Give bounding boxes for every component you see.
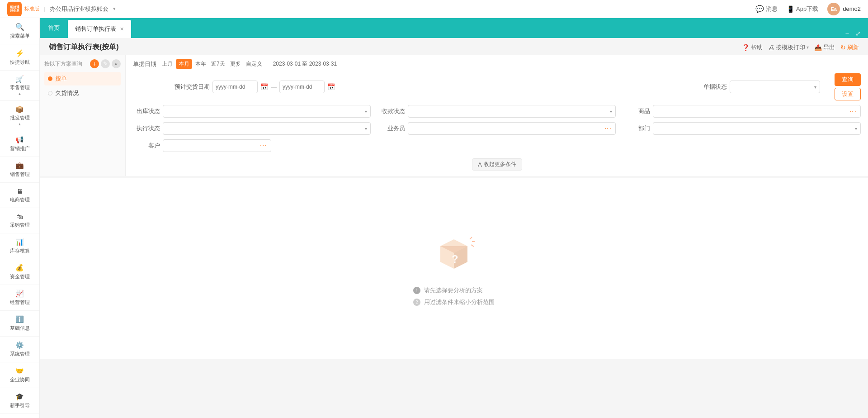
last-month-tab[interactable]: 上月 <box>160 59 175 69</box>
scheme-item-欠货情况[interactable]: 欠货情况 <box>44 86 121 100</box>
sidebar: 🔍 搜索菜单 ⚡ 快捷导航 🛒 零售管理 ▲ 📦 批发管理 ▲ 📢 营销推广 💼… <box>0 18 40 418</box>
salesperson-dots[interactable]: ··· <box>604 124 612 133</box>
app-icon: 📱 <box>787 5 794 13</box>
collapse-panel-btn[interactable]: « <box>112 59 121 68</box>
topbar-title: 办公用品行业模拟账套 <box>50 5 108 13</box>
query-button[interactable]: 查询 <box>835 73 861 86</box>
newbie-icon: 🎓 <box>15 393 24 401</box>
setting-button[interactable]: 设置 <box>835 88 861 100</box>
expected-date-start[interactable] <box>212 81 258 93</box>
scheme-inactive-icon <box>48 91 52 95</box>
dept-label: 部门 <box>623 124 650 133</box>
last7-tab[interactable]: 近7天 <box>209 59 227 69</box>
sidebar-item-ecommerce[interactable]: 🖥 电商管理 <box>0 183 39 208</box>
tab-maximize-icon[interactable]: ⤢ <box>855 30 861 37</box>
edit-scheme-btn[interactable]: ✎ <box>101 59 110 68</box>
sidebar-item-wholesale[interactable]: 📦 批发管理 ▲ <box>0 101 39 131</box>
expected-date-end[interactable] <box>279 81 325 93</box>
page-content: 销售订单执行表(按单) ❓ 帮助 🖨 按模板打印 ▾ 📤 导出 <box>40 38 868 418</box>
sales-icon: 💼 <box>15 162 24 170</box>
step2-text: 用过滤条件来缩小分析范围 <box>424 298 495 306</box>
empty-illustration: ? <box>431 230 476 276</box>
logo: 畅捷通 好生意 标准版 <box>7 2 39 16</box>
retail-arrow-icon: ▲ <box>18 92 22 96</box>
user-area[interactable]: Ea demo2 <box>827 3 861 15</box>
export-icon: 📤 <box>814 44 822 51</box>
help-icon: ❓ <box>742 44 750 51</box>
help-btn[interactable]: ❓ 帮助 <box>742 43 763 52</box>
this-month-tab[interactable]: 本月 <box>176 59 192 69</box>
sidebar-item-basic[interactable]: ℹ️ 基础信息 <box>0 311 39 337</box>
msg-icon: 💬 <box>755 5 764 13</box>
sidebar-item-operation[interactable]: 📈 经营管理 <box>0 285 39 311</box>
svg-line-4 <box>470 237 472 239</box>
sidebar-item-appstore[interactable]: 🔲 应用中心 <box>0 414 39 418</box>
this-year-tab[interactable]: 本年 <box>193 59 208 69</box>
sidebar-item-sales[interactable]: 💼 销售管理 <box>0 157 39 183</box>
system-icon: ⚙️ <box>15 341 24 349</box>
topbar-dropdown-icon[interactable]: ▾ <box>113 6 116 12</box>
step2-num: 2 <box>413 299 420 306</box>
goods-label: 商品 <box>623 107 650 115</box>
goods-field: 商品 ··· <box>623 105 861 118</box>
export-btn[interactable]: 📤 导出 <box>814 43 835 52</box>
calendar-icon-2: 📅 <box>327 83 335 90</box>
purchase-icon: 🛍 <box>16 213 23 220</box>
msg-btn[interactable]: 💬 消息 <box>755 5 778 13</box>
tab-minimize-icon[interactable]: － <box>844 28 851 38</box>
sidebar-item-retail[interactable]: 🛒 零售管理 ▲ <box>0 71 39 101</box>
payment-field: 收款状态 ▾ <box>378 105 616 118</box>
sidebar-item-newbie[interactable]: 🎓 新手引导 <box>0 388 39 414</box>
custom-tab[interactable]: 自定义 <box>244 59 264 69</box>
inventory-icon: 📊 <box>15 238 24 246</box>
customer-dots[interactable]: ··· <box>260 142 267 150</box>
shortcut-icon: ⚡ <box>15 49 24 57</box>
search-icon: 🔍 <box>15 23 24 31</box>
add-scheme-btn[interactable]: + <box>90 59 99 68</box>
sidebar-item-search[interactable]: 🔍 搜索菜单 <box>0 18 39 44</box>
shipment-select[interactable] <box>163 105 371 118</box>
avatar: Ea <box>827 3 840 15</box>
sidebar-item-inventory[interactable]: 📊 库存核算 <box>0 233 39 259</box>
shipment-label: 出库状态 <box>133 107 160 115</box>
doc-status-label: 单据状态 <box>703 83 727 91</box>
ecommerce-icon: 🖥 <box>16 187 23 195</box>
page-title: 销售订单执行表(按单) <box>49 43 119 52</box>
tab-sales-table[interactable]: 销售订单执行表 ✕ <box>68 20 131 38</box>
exec-select[interactable] <box>163 122 371 135</box>
tab-close-icon[interactable]: ✕ <box>120 26 124 32</box>
payment-select[interactable] <box>408 105 616 118</box>
sidebar-item-shortcut[interactable]: ⚡ 快捷导航 <box>0 44 39 71</box>
filter-panel-title: 按以下方案查询 <box>44 60 88 68</box>
collapse-more-btn[interactable]: ⋀ 收起更多条件 <box>472 158 522 171</box>
sidebar-item-purchase[interactable]: 🛍 采购管理 <box>0 208 39 233</box>
payment-label: 收款状态 <box>378 107 405 115</box>
svg-text:?: ? <box>452 253 458 265</box>
sidebar-item-enterprise[interactable]: 🤝 企业协同 <box>0 362 39 388</box>
print-icon: 🖨 <box>768 44 774 51</box>
refresh-btn[interactable]: ↻ 刷新 <box>840 43 859 52</box>
salesperson-label: 业务员 <box>378 124 405 133</box>
dept-field: 部门 ▾ <box>623 122 861 135</box>
tab-home[interactable]: 首页 <box>40 18 68 38</box>
sidebar-item-finance[interactable]: 💰 资金管理 <box>0 259 39 285</box>
empty-state: ? 1 请先选择要分析的方案 2 用过滤条件来缩小分析范围 <box>40 178 868 359</box>
filter-body: 单据日期 上月 本月 本年 近7天 更多 自定义 2023 <box>126 55 868 176</box>
scheme-item-按单[interactable]: 按单 <box>44 72 121 86</box>
username: demo2 <box>843 5 861 12</box>
topbar-divider: | <box>44 5 45 12</box>
calendar-icon-1: 📅 <box>260 83 268 90</box>
goods-dots[interactable]: ··· <box>849 107 857 115</box>
doc-status-select[interactable] <box>730 81 820 93</box>
print-btn[interactable]: 🖨 按模板打印 ▾ <box>768 43 809 52</box>
page-actions: ❓ 帮助 🖨 按模板打印 ▾ 📤 导出 ↻ 刷新 <box>742 43 859 52</box>
sidebar-item-marketing[interactable]: 📢 营销推广 <box>0 131 39 157</box>
app-download-btn[interactable]: 📱 App下载 <box>787 5 818 13</box>
more-tab[interactable]: 更多 <box>228 59 243 69</box>
dept-select[interactable] <box>653 122 861 135</box>
sidebar-item-system[interactable]: ⚙️ 系统管理 <box>0 337 39 362</box>
logo-icon: 畅捷通 好生意 <box>7 2 22 16</box>
doc-status-field: 单据状态 ▾ <box>703 81 820 93</box>
date-range-display: 2023-03-01 至 2023-03-31 <box>273 60 337 68</box>
shipment-field: 出库状态 ▾ <box>133 105 371 118</box>
